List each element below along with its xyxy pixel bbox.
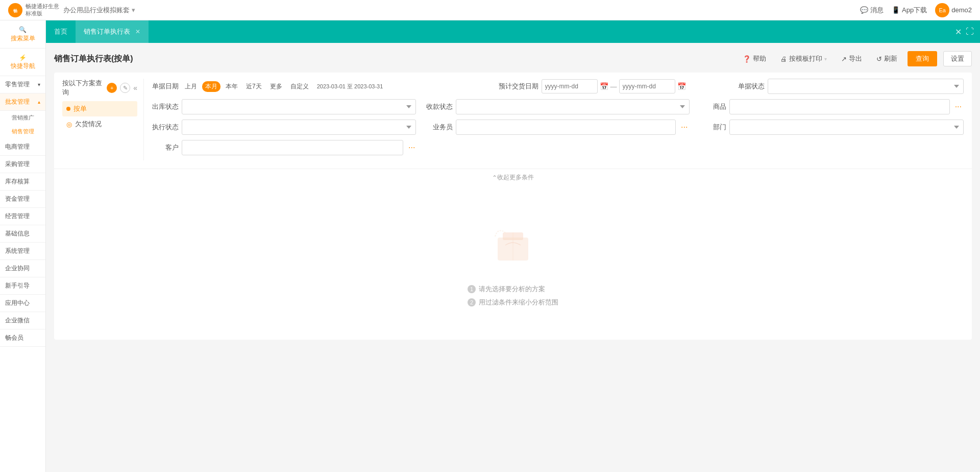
date-tab-more[interactable]: 更多 xyxy=(267,81,285,92)
page-content: 销售订单执行表(按单) ❓ 帮助 🖨 按模板打印 ▾ ↗ 导出 xyxy=(46,43,980,472)
expected-delivery-label: 预计交货日期 xyxy=(499,82,538,91)
search-icon: 🔍 xyxy=(19,26,27,34)
logo-text: 畅捷通好生意 标准版 xyxy=(26,3,59,16)
chevron-down-icon: ▾ xyxy=(38,82,40,87)
empty-state: 1 请先选择要分析的方案 2 用过滤条件来缩小分析范围 xyxy=(54,186,972,340)
tab-home[interactable]: 首页 xyxy=(46,20,76,43)
quicknav-icon: ⚡ xyxy=(19,54,27,62)
window-close-icon[interactable]: ✕ xyxy=(955,27,962,37)
customer-search-icon[interactable]: ··· xyxy=(406,143,417,152)
expected-delivery-end-input[interactable] xyxy=(619,79,675,93)
avatar: Ea xyxy=(935,3,949,17)
filter-row-3: 执行状态 业务员 ··· 部门 xyxy=(148,120,964,135)
sidebar-item-quicknav[interactable]: ⚡ 快捷导航 xyxy=(0,49,45,77)
sidebar-item-retail[interactable]: 零售管理 ▾ xyxy=(0,76,45,93)
app-download-button[interactable]: 📱 App下载 xyxy=(892,6,927,15)
order-status-field: 单据状态 xyxy=(734,79,964,94)
export-button[interactable]: ↗ 导出 xyxy=(837,52,866,65)
sidebar-item-ecommerce[interactable]: 电商管理 xyxy=(0,138,45,156)
filter-nav-backorder[interactable]: ◎ 欠货情况 xyxy=(62,116,137,132)
tab-bar: 首页 销售订单执行表 ✕ ✕ ⛶ xyxy=(46,20,980,43)
sidebar-item-system[interactable]: 系统管理 xyxy=(0,243,45,260)
filter-panel: 按以下方案查询 + ✎ « 按单 ◎ xyxy=(54,73,972,167)
collapse-icon: ⌃ xyxy=(492,174,497,181)
sidebar-item-inventory[interactable]: 库存核算 xyxy=(0,173,45,191)
sidebar-item-sales[interactable]: 销售管理 xyxy=(0,125,45,138)
window-maximize-icon[interactable]: ⛶ xyxy=(966,27,974,36)
user-menu-button[interactable]: Ea demo2 xyxy=(935,3,972,17)
department-label: 部门 xyxy=(696,123,726,132)
filter-nav-by-order[interactable]: 按单 xyxy=(62,101,137,116)
filter-left: 按以下方案查询 + ✎ « 按单 ◎ xyxy=(62,79,144,160)
date-tab-custom[interactable]: 自定义 xyxy=(287,81,312,92)
date-tab-thisyear[interactable]: 本年 xyxy=(223,81,241,92)
sidebar-item-marketing[interactable]: 营销推广 xyxy=(0,111,45,125)
add-scheme-button[interactable]: + xyxy=(107,83,117,93)
customer-input[interactable] xyxy=(182,140,403,155)
filter-row-1: 单据日期 上月 本月 本年 近7天 更多 自定义 2023-03-01 至 20… xyxy=(148,79,964,94)
help-button[interactable]: ❓ 帮助 xyxy=(739,52,770,65)
date-tabs: 上月 本月 本年 近7天 更多 自定义 xyxy=(182,81,312,92)
salesperson-input[interactable] xyxy=(456,120,676,135)
delivery-status-select[interactable] xyxy=(182,99,416,114)
execution-status-select[interactable] xyxy=(182,120,416,135)
order-status-select[interactable] xyxy=(768,79,964,94)
main-panel: 按以下方案查询 + ✎ « 按单 ◎ xyxy=(54,73,972,340)
department-select[interactable] xyxy=(729,120,964,135)
sidebar-item-basic[interactable]: 基础信息 xyxy=(0,225,45,243)
date-tab-7days[interactable]: 近7天 xyxy=(243,81,265,92)
tab-sales-order[interactable]: 销售订单执行表 ✕ xyxy=(76,20,149,43)
product-search-icon[interactable]: ··· xyxy=(953,102,964,111)
sidebar-item-wholesale[interactable]: 批发管理 ▴ xyxy=(0,93,45,111)
tab-close-icon[interactable]: ✕ xyxy=(135,28,140,35)
message-button[interactable]: 💬 消息 xyxy=(860,6,884,15)
calendar-start-icon[interactable]: 📅 xyxy=(600,82,608,90)
message-icon: 💬 xyxy=(860,6,868,14)
sidebar-item-appstore[interactable]: 应用中心 xyxy=(0,295,45,312)
salesperson-search-icon[interactable]: ··· xyxy=(679,123,690,132)
salesperson-field: 业务员 ··· xyxy=(422,120,690,135)
sidebar-item-member[interactable]: 畅会员 xyxy=(0,329,45,347)
product-label: 商品 xyxy=(696,102,726,111)
sidebar-item-purchase[interactable]: 采购管理 xyxy=(0,156,45,173)
edit-scheme-button[interactable]: ✎ xyxy=(120,83,130,93)
sidebar-item-enterprise[interactable]: 企业协同 xyxy=(0,260,45,277)
page-header: 销售订单执行表(按单) ❓ 帮助 🖨 按模板打印 ▾ ↗ 导出 xyxy=(54,51,972,66)
product-input[interactable] xyxy=(729,99,949,114)
collapse-more-button[interactable]: ⌃ 收起更多条件 xyxy=(54,169,972,186)
main-layout: 🔍 搜索菜单 ⚡ 快捷导航 零售管理 ▾ 批发管理 ▴ 营销推广 销售管理 电商… xyxy=(0,20,980,472)
department-field: 部门 xyxy=(696,120,964,135)
filter-left-title: 按以下方案查询 + ✎ « xyxy=(62,79,137,97)
settings-button[interactable]: 设置 xyxy=(943,51,972,66)
date-tab-thismonth[interactable]: 本月 xyxy=(202,81,220,92)
sidebar-item-search[interactable]: 🔍 搜索菜单 xyxy=(0,20,45,49)
customer-field: 客户 ··· xyxy=(148,140,417,155)
chevron-up-icon: ▴ xyxy=(38,99,40,105)
backorder-icon: ◎ xyxy=(66,121,72,128)
expected-delivery-start-input[interactable] xyxy=(542,79,598,93)
date-label: 单据日期 xyxy=(148,82,179,91)
tip-number-2: 2 xyxy=(468,298,476,306)
execution-status-label: 执行状态 xyxy=(148,123,179,132)
sidebar-item-wechat[interactable]: 企业微信 xyxy=(0,312,45,329)
collapse-left-button[interactable]: « xyxy=(133,84,137,92)
logo-area: 畅 畅捷通好生意 标准版 xyxy=(8,3,59,17)
search-button[interactable]: 查询 xyxy=(908,51,937,66)
breadcrumb-arrow-icon[interactable]: ▾ xyxy=(132,6,135,14)
sidebar-item-finance[interactable]: 资金管理 xyxy=(0,191,45,208)
empty-tip-row-1: 1 请先选择要分析的方案 xyxy=(468,282,558,296)
print-button[interactable]: 🖨 按模板打印 ▾ xyxy=(776,52,831,65)
date-tab-lastmonth[interactable]: 上月 xyxy=(182,81,200,92)
expected-delivery-field: 预计交货日期 📅 — 📅 xyxy=(499,79,728,93)
sidebar-item-newbie[interactable]: 新手引导 xyxy=(0,277,45,295)
collection-status-label: 收款状态 xyxy=(422,102,453,111)
page-title: 销售订单执行表(按单) xyxy=(54,54,133,64)
refresh-button[interactable]: ↺ 刷新 xyxy=(872,52,901,65)
collection-status-select[interactable] xyxy=(456,99,690,114)
calendar-end-icon[interactable]: 📅 xyxy=(677,82,686,90)
empty-tip-row-2: 2 用过滤条件来缩小分析范围 xyxy=(468,296,558,309)
execution-status-field: 执行状态 xyxy=(148,120,416,135)
print-icon: 🖨 xyxy=(780,55,787,63)
sidebar-item-operation[interactable]: 经营管理 xyxy=(0,208,45,225)
sidebar: 🔍 搜索菜单 ⚡ 快捷导航 零售管理 ▾ 批发管理 ▴ 营销推广 销售管理 电商… xyxy=(0,20,46,472)
